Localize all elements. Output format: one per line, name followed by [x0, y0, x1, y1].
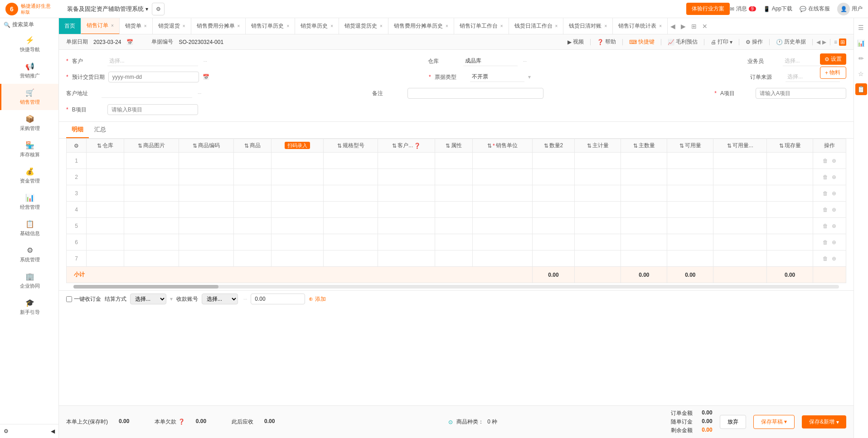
address-more-icon[interactable]: ··· [198, 91, 201, 96]
delivery-date-input[interactable] [108, 72, 199, 82]
row-spec[interactable] [323, 153, 378, 169]
delete-row-icon[interactable]: 🗑 [823, 255, 828, 262]
tab-next-btn[interactable]: ▶ [678, 23, 689, 30]
warehouse-more-icon[interactable]: ··· [523, 59, 527, 64]
history-button[interactable]: 🕐 历史单据 [773, 37, 809, 47]
right-icon-4[interactable]: ☆ [855, 68, 867, 80]
row-image[interactable] [124, 153, 179, 169]
tab-close-all-btn[interactable]: ✕ [699, 23, 710, 30]
tab-close-icon[interactable]: × [286, 24, 289, 29]
tab-order-workbench[interactable]: 销售订单工作台 × [454, 18, 509, 34]
settings-button[interactable]: ⚙ 设置 [820, 53, 846, 65]
tab-close-icon[interactable]: × [604, 24, 607, 29]
copy-row-icon[interactable]: ⊕ [832, 190, 836, 197]
copy-row-icon[interactable]: ⊕ [832, 223, 836, 229]
save-new-button[interactable]: 保存&新增 ▾ [802, 415, 846, 428]
right-icon-1[interactable]: ☰ [855, 22, 867, 34]
calendar-icon[interactable]: 📅 [126, 39, 133, 45]
tab-close-icon[interactable]: × [446, 24, 448, 29]
discard-button[interactable]: 放弃 [720, 415, 746, 429]
view-button[interactable]: ▶ 视频 [565, 37, 587, 47]
amount-input[interactable] [251, 294, 305, 304]
row-main-qty[interactable] [621, 153, 667, 169]
copy-row-icon[interactable]: ⊕ [832, 255, 836, 262]
app-download-button[interactable]: 📱 App下载 [763, 5, 792, 13]
grid-view-icon[interactable]: ≡ [834, 39, 837, 45]
row-main-unit[interactable] [575, 153, 621, 169]
tab-close-icon[interactable]: × [659, 24, 662, 29]
message-button[interactable]: ✉ 消息 9 [730, 5, 756, 13]
sidebar-search[interactable]: 🔍 搜索菜单 [0, 18, 58, 31]
row-available2[interactable] [713, 153, 767, 169]
delete-row-icon[interactable]: 🗑 [823, 239, 828, 245]
delete-row-icon[interactable]: 🗑 [823, 174, 828, 180]
one-click-checkbox[interactable] [66, 296, 72, 302]
payment-method-select[interactable]: 选择... [130, 294, 166, 304]
sub-tab-detail[interactable]: 明细 [66, 122, 89, 138]
b-project-input[interactable] [107, 104, 198, 115]
sidebar-item-guide[interactable]: 🎓 新手引导 [0, 294, 58, 320]
row-product[interactable] [233, 153, 271, 169]
row-qty2[interactable] [532, 153, 575, 169]
sidebar-item-sales[interactable]: 🛒 销售管理 [0, 84, 58, 110]
row-code[interactable] [179, 153, 233, 169]
tab-sales-stats[interactable]: 销售订单统计表 × [613, 18, 668, 34]
tab-prev-btn[interactable]: ◀ [668, 23, 678, 30]
add-product-button[interactable]: + 物料 [820, 67, 846, 79]
sidebar-item-quick-nav[interactable]: ⚡ 快捷导航 [0, 31, 58, 58]
copy-row-icon[interactable]: ⊕ [832, 239, 836, 245]
scrollbar-thumb[interactable] [73, 285, 218, 289]
system-selector[interactable]: 装备及固定资产辅助管理系统 ▾ [63, 5, 148, 13]
notes-input[interactable] [407, 88, 543, 99]
customer-more-icon[interactable]: ··· [204, 59, 207, 64]
tab-return-history[interactable]: 销货退货历史 × [339, 18, 388, 34]
prev-record-btn[interactable]: ◀ [816, 39, 820, 45]
sidebar-item-inventory[interactable]: 🏪 库存核算 [0, 136, 58, 163]
sub-tab-summary[interactable]: 汇总 [89, 122, 112, 138]
row-warehouse[interactable] [86, 153, 124, 169]
tab-close-icon[interactable]: × [500, 24, 503, 29]
bank-account-select[interactable]: 选择... [202, 294, 238, 304]
tab-sales-invoice[interactable]: 销货单 × [120, 18, 153, 34]
tab-sales-order[interactable]: 销售订单 × [81, 18, 120, 34]
tab-more-btn[interactable]: ⊞ [689, 23, 699, 30]
sidebar-item-enterprise[interactable]: 🏢 企业协同 [0, 268, 58, 294]
user-button[interactable]: 👤 用户 [837, 3, 863, 15]
tab-close-icon[interactable]: × [111, 23, 114, 28]
tab-home[interactable]: 首页 [59, 18, 81, 34]
delete-row-icon[interactable]: 🗑 [823, 207, 828, 213]
profit-button[interactable]: 📈 毛利预估 [665, 37, 700, 47]
tab-close-icon[interactable]: × [555, 24, 558, 29]
sidebar-item-system[interactable]: ⚙ 系统管理 [0, 241, 58, 268]
help-button[interactable]: ❓ 帮助 [594, 37, 619, 47]
scrollbar-track[interactable] [73, 285, 839, 289]
tab-sales-return[interactable]: 销货退货 × [153, 18, 191, 34]
tab-close-icon[interactable]: × [144, 24, 147, 29]
customer-address-input[interactable] [102, 89, 192, 98]
operation-button[interactable]: ⚙ 操作 [743, 37, 766, 47]
copy-row-icon[interactable]: ⊕ [832, 207, 836, 213]
print-button[interactable]: 🖨 打印 ▾ [708, 37, 735, 47]
card-view-icon[interactable]: ⊞ [839, 39, 846, 46]
a-project-input[interactable] [756, 88, 846, 99]
add-button[interactable]: ⊕ 添加 [309, 295, 325, 303]
tab-invoice-history[interactable]: 销货单历史 × [295, 18, 339, 34]
right-icon-2[interactable]: 📊 [855, 37, 867, 49]
shortcut-button[interactable]: ⌨ 快捷键 [626, 37, 657, 47]
sidebar-item-base-info[interactable]: 📋 基础信息 [0, 215, 58, 241]
sidebar-item-finance[interactable]: 💰 资金管理 [0, 163, 58, 189]
sidebar-item-operation[interactable]: 📊 经营管理 [0, 189, 58, 215]
delete-row-icon[interactable]: 🗑 [823, 158, 828, 164]
tab-sales-fee[interactable]: 销售费用分摊单 × [191, 18, 246, 34]
tab-close-icon[interactable]: × [238, 24, 240, 29]
tab-sales-order-history[interactable]: 销售订单历史 × [246, 18, 295, 34]
tab-close-icon[interactable]: × [330, 24, 333, 29]
customer-input[interactable]: 选择... [107, 56, 198, 66]
copy-row-icon[interactable]: ⊕ [832, 158, 836, 164]
right-icon-5[interactable]: 📋 [855, 83, 867, 95]
bank-more-icon[interactable]: ··· [243, 297, 247, 302]
copy-row-icon[interactable]: ⊕ [832, 174, 836, 180]
sidebar-collapse-icon[interactable]: ◀ [51, 428, 55, 434]
settings-icon[interactable]: ⚙ [152, 3, 165, 15]
delete-row-icon[interactable]: 🗑 [823, 190, 828, 197]
